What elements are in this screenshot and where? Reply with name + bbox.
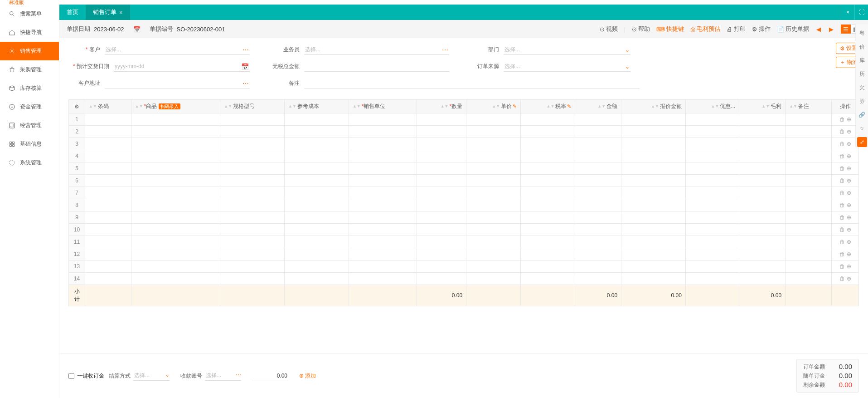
salesman-input[interactable] — [304, 44, 449, 55]
table-row[interactable]: 7🗑⊕ — [69, 187, 859, 199]
ellipsis-icon[interactable]: ⋯ — [242, 46, 249, 54]
col-quote[interactable]: ▲▼报价金额 — [621, 100, 686, 113]
customer-input[interactable] — [105, 44, 250, 55]
sidebar-item-purchase[interactable]: 采购管理 — [0, 60, 59, 79]
edit-icon[interactable]: ✎ — [567, 103, 571, 109]
print-link[interactable]: 🖨 打印 — [727, 25, 746, 33]
panel-item[interactable]: 粤 — [857, 28, 867, 38]
next-doc-icon[interactable]: ▶ — [828, 26, 834, 33]
scan-badge[interactable]: 扫码录入 — [159, 103, 180, 109]
panel-item-expand[interactable]: ⤢ — [857, 137, 867, 147]
ellipsis-icon[interactable]: ⋯ — [442, 46, 448, 54]
help-link[interactable]: ⊙ 帮助 — [632, 25, 650, 33]
sidebar-item-system[interactable]: 系统管理 — [0, 153, 59, 172]
panel-item[interactable]: 券 — [857, 96, 867, 106]
sidebar-item-nav[interactable]: 快捷导航 — [0, 23, 59, 42]
col-note[interactable]: ▲▼备注 — [786, 100, 832, 113]
panel-item[interactable]: 🔗 — [857, 110, 867, 120]
add-link[interactable]: ⊕ 添加 — [299, 372, 316, 380]
copy-icon[interactable]: ⊕ — [847, 263, 851, 270]
col-tax[interactable]: ▲▼税率✎ — [521, 100, 575, 113]
tab-home[interactable]: 首页 — [59, 5, 86, 20]
remark-input[interactable] — [304, 78, 640, 88]
video-link[interactable]: ⊙ 视频 — [600, 25, 618, 33]
table-row[interactable]: 2🗑⊕ — [69, 126, 859, 138]
table-row[interactable]: 9🗑⊕ — [69, 211, 859, 224]
profit-link[interactable]: ◎ 毛利预估 — [690, 25, 720, 33]
copy-icon[interactable]: ⊕ — [847, 275, 851, 282]
sidebar-item-business[interactable]: 经营管理 — [0, 116, 59, 135]
sidebar-item-sales[interactable]: 销售管理 — [0, 42, 59, 60]
table-row[interactable]: 13🗑⊕ — [69, 260, 859, 273]
sidebar-item-search[interactable]: 搜索菜单 — [0, 5, 59, 23]
delete-icon[interactable]: 🗑 — [839, 275, 845, 282]
close-all-button[interactable]: × — [841, 5, 854, 20]
col-gear[interactable]: ⚙ — [69, 100, 85, 113]
operate-link[interactable]: ⚙ 操作 — [752, 25, 771, 33]
copy-icon[interactable]: ⊕ — [847, 128, 851, 135]
delete-icon[interactable]: 🗑 — [839, 128, 845, 135]
copy-icon[interactable]: ⊕ — [847, 190, 851, 196]
delete-icon[interactable]: 🗑 — [839, 251, 845, 257]
expand-icon[interactable]: ⛶ — [854, 5, 868, 20]
panel-item[interactable]: ☆ — [857, 123, 867, 133]
table-row[interactable]: 14🗑⊕ — [69, 273, 859, 285]
ellipsis-icon[interactable]: ⋯ — [242, 80, 249, 87]
table-row[interactable]: 12🗑⊕ — [69, 248, 859, 260]
account-select[interactable]: 选择...⋯ — [205, 371, 241, 381]
calendar-icon[interactable]: 📅 — [241, 63, 249, 70]
copy-icon[interactable]: ⊕ — [847, 116, 851, 123]
sidebar-item-finance[interactable]: 资金管理 — [0, 98, 59, 116]
delete-icon[interactable]: 🗑 — [839, 141, 845, 147]
tab-sales-order[interactable]: 销售订单 × — [86, 5, 130, 20]
view-list-button[interactable]: ☰ — [841, 25, 851, 34]
panel-item[interactable]: 欠 — [857, 83, 867, 93]
settle-select[interactable]: 选择...⌄ — [133, 371, 170, 381]
doc-date-value[interactable]: 2023-06-02 — [94, 26, 124, 33]
panel-item[interactable]: 库 — [857, 55, 867, 65]
delete-icon[interactable]: 🗑 — [839, 202, 845, 208]
table-row[interactable]: 11🗑⊕ — [69, 236, 859, 248]
sidebar-item-inventory[interactable]: 库存核算 — [0, 79, 59, 98]
shortcut-link[interactable]: ⌨ 快捷键 — [656, 25, 684, 33]
addr-input[interactable] — [105, 78, 250, 88]
close-icon[interactable]: × — [119, 9, 123, 16]
col-barcode[interactable]: ▲▼条码 — [85, 100, 131, 113]
panel-item[interactable]: 价 — [857, 42, 867, 52]
edit-icon[interactable]: ✎ — [513, 103, 517, 109]
history-link[interactable]: 📄 历史单据 — [777, 25, 809, 33]
delete-icon[interactable]: 🗑 — [839, 214, 845, 221]
delete-icon[interactable]: 🗑 — [839, 226, 845, 233]
delete-icon[interactable]: 🗑 — [839, 153, 845, 159]
copy-icon[interactable]: ⊕ — [847, 251, 851, 257]
copy-icon[interactable]: ⊕ — [847, 177, 851, 184]
chevron-down-icon[interactable]: ⌄ — [625, 64, 630, 70]
col-product[interactable]: ▲▼*商品扫码录入 — [131, 100, 220, 113]
col-price[interactable]: ▲▼单价✎ — [466, 100, 521, 113]
delete-icon[interactable]: 🗑 — [839, 165, 845, 172]
delete-icon[interactable]: 🗑 — [839, 177, 845, 184]
table-row[interactable]: 6🗑⊕ — [69, 175, 859, 187]
col-unit[interactable]: ▲▼*销售单位 — [349, 100, 417, 113]
copy-icon[interactable]: ⊕ — [847, 202, 851, 208]
col-spec[interactable]: ▲▼规格型号 — [220, 100, 285, 113]
delete-icon[interactable]: 🗑 — [839, 190, 845, 196]
calendar-icon[interactable]: 📅 — [133, 26, 141, 33]
chevron-down-icon[interactable]: ⌄ — [625, 47, 630, 53]
col-amount[interactable]: ▲▼金额 — [575, 100, 621, 113]
panel-item[interactable]: 历 — [857, 69, 867, 79]
source-input[interactable] — [504, 61, 630, 72]
notax-input[interactable] — [304, 61, 449, 72]
table-row[interactable]: 1🗑⊕ — [69, 113, 859, 126]
table-row[interactable]: 5🗑⊕ — [69, 162, 859, 175]
copy-icon[interactable]: ⊕ — [847, 165, 851, 172]
col-profit[interactable]: ▲▼毛利 — [739, 100, 786, 113]
delete-icon[interactable]: 🗑 — [839, 239, 845, 245]
table-row[interactable]: 8🗑⊕ — [69, 199, 859, 211]
sidebar-item-basic[interactable]: 基础信息 — [0, 135, 59, 153]
delivery-input[interactable] — [114, 61, 250, 72]
copy-icon[interactable]: ⊕ — [847, 226, 851, 233]
col-discount[interactable]: ▲▼优惠... — [685, 100, 739, 113]
col-refcost[interactable]: ▲▼参考成本 — [285, 100, 349, 113]
table-row[interactable]: 4🗑⊕ — [69, 150, 859, 162]
